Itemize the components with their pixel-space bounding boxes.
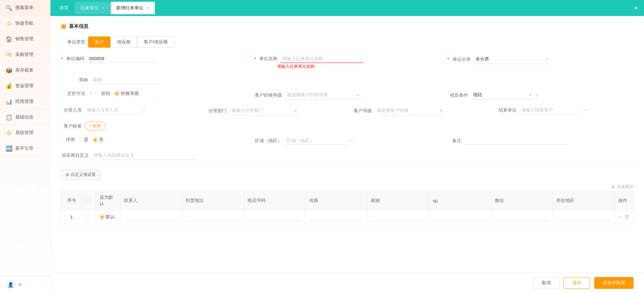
tabbar-close-button[interactable]: × bbox=[631, 5, 641, 12]
td-default: 默认 bbox=[96, 210, 120, 224]
sidebar-item-operations[interactable]: 📊 经营管理 bbox=[0, 94, 50, 109]
contact-input[interactable] bbox=[124, 213, 178, 221]
td-checkbox bbox=[82, 210, 96, 224]
unit-btn-supplier[interactable]: 供应商 bbox=[110, 36, 137, 48]
td-address bbox=[182, 210, 244, 224]
default-radio bbox=[100, 214, 104, 219]
unit-code-label: 单位编码 bbox=[63, 56, 84, 62]
header-checkbox[interactable] bbox=[86, 198, 91, 203]
payment-value: 现结 bbox=[473, 92, 529, 98]
sidebar-item-label: 系统管理 bbox=[15, 130, 33, 136]
unit-type-row: 单位类型 客户 供应商 客户/供应商 bbox=[61, 36, 634, 48]
chevron-down-icon5: ▾ bbox=[440, 108, 442, 113]
fax-input[interactable] bbox=[309, 213, 363, 221]
unit-name-field: * 单位名称 bbox=[254, 55, 433, 63]
customer-level-select[interactable]: 请选择客户等级 ▾ bbox=[375, 106, 444, 115]
settlement-input[interactable] bbox=[519, 106, 582, 114]
add-row-icon[interactable]: + bbox=[618, 214, 621, 220]
delete-row-icon[interactable]: 🗑 bbox=[624, 214, 630, 220]
unit-btn-customer[interactable]: 客户 bbox=[88, 36, 110, 48]
disabled-field: 停用 是 否 bbox=[61, 137, 247, 143]
save-and-new-button[interactable]: 保存并新增 bbox=[594, 277, 634, 289]
pricing-discount-option[interactable]: 折扣 bbox=[95, 90, 110, 97]
sidebar-item-quicknav[interactable]: ⊙ 快捷导航 bbox=[0, 16, 50, 31]
custom-settings-button[interactable]: ⚙ 自定义项设置 bbox=[61, 170, 100, 180]
remarks-input[interactable] bbox=[464, 137, 568, 145]
tab-new-partner[interactable]: 新增往来单位 × bbox=[111, 2, 155, 14]
address-input[interactable] bbox=[186, 213, 240, 221]
region-ellipsis[interactable]: ··· bbox=[347, 138, 355, 144]
tab-partners-close[interactable]: × bbox=[102, 6, 104, 10]
chevron-down-icon4: ▾ bbox=[295, 108, 297, 113]
unit-type-group: 客户 供应商 客户/供应商 bbox=[88, 36, 174, 48]
table-header-row: 序号 设为默认 联系人 到货地址 电话号码 传真 邮箱 qq 微信 所在地区 操… bbox=[61, 192, 634, 210]
sidebar: 🔍 搜索菜单 ⊙ 快捷导航 🏠 销售管理 🛍 采购管理 📦 库存核算 💰 资金管… bbox=[0, 0, 50, 293]
abbr-input[interactable] bbox=[91, 76, 160, 84]
unit-name-label: 单位名称 bbox=[257, 56, 277, 62]
pricing-pricelevel-option[interactable]: 价格等级 bbox=[115, 90, 139, 97]
customer-price-select[interactable]: 请选择客户价格等级 ▾ bbox=[285, 90, 361, 100]
sidebar-item-base[interactable]: 📋 基础信息 bbox=[0, 109, 50, 125]
pricing-row: 定价方法 ? 折扣 价格等级 客户价格等级 请选择客户价格等级 bbox=[61, 90, 634, 100]
unit-code-input[interactable] bbox=[87, 55, 157, 63]
inventory-icon: 📦 bbox=[6, 67, 13, 74]
supplier-custom-row: 供应商自定义 bbox=[61, 151, 634, 160]
pricing-help-icon[interactable]: ? bbox=[89, 91, 92, 96]
disabled-yes-option[interactable]: 是 bbox=[78, 137, 88, 143]
manager-ellipsis[interactable]: ··· bbox=[140, 107, 148, 113]
custom-settings-label: 自定义项设置 bbox=[71, 172, 96, 178]
sidebar-item-purchase[interactable]: 🛍 采购管理 bbox=[0, 47, 50, 63]
unit-category-value: 未分类 bbox=[476, 56, 546, 62]
code-name-category-row: * 单位编码 * 单位名称 请输入往来单位名称 * 单位分类 未分类 ▾ bbox=[61, 55, 634, 70]
disabled-no-option[interactable]: 否 bbox=[93, 137, 103, 143]
settlement-ellipsis[interactable]: ··· bbox=[582, 107, 589, 113]
add-tag-button[interactable]: + 标签 bbox=[85, 122, 105, 130]
sidebar-item-search[interactable]: 🔍 搜索菜单 bbox=[0, 0, 50, 16]
sidebar-item-sales[interactable]: 🏠 销售管理 bbox=[0, 31, 50, 47]
payment-label: 收款条件 bbox=[447, 92, 468, 98]
qq-input[interactable] bbox=[433, 213, 487, 221]
location-input[interactable] bbox=[556, 213, 611, 221]
section-basic-info: ▣ 基本信息 bbox=[61, 23, 634, 30]
default-radio-item[interactable]: 默认 bbox=[100, 214, 117, 220]
batch-delete-label[interactable]: 批量删除 bbox=[617, 184, 634, 190]
supplier-custom-input[interactable] bbox=[92, 151, 196, 160]
unit-btn-both[interactable]: 客户/供应商 bbox=[137, 36, 174, 48]
sidebar-footer-icon: ⚙ bbox=[18, 282, 22, 287]
phone-input[interactable] bbox=[248, 213, 302, 221]
th-wechat: 微信 bbox=[491, 192, 552, 210]
cancel-button[interactable]: 取消 bbox=[533, 277, 559, 289]
unit-category-select[interactable]: 未分类 ▾ bbox=[473, 55, 550, 64]
sidebar-item-finance[interactable]: 💰 资金管理 bbox=[0, 78, 50, 94]
sidebar-item-inventory[interactable]: 📦 库存核算 bbox=[0, 63, 50, 78]
payment-help-icon[interactable]: ? bbox=[535, 92, 538, 98]
tab-partners[interactable]: 往来单位 × bbox=[75, 2, 110, 14]
region-label: 区域（地区） bbox=[254, 138, 282, 144]
payment-select[interactable]: 现结 ▾ bbox=[471, 90, 534, 100]
region-input[interactable] bbox=[285, 137, 347, 145]
dept-select[interactable]: 请输入分管部门 ▾ bbox=[229, 106, 299, 115]
row-checkbox[interactable] bbox=[86, 214, 91, 219]
batch-delete-icon: 🗑 bbox=[611, 185, 615, 189]
wechat-input[interactable] bbox=[495, 213, 549, 221]
sidebar-item-newbie[interactable]: 🆕 新手引导 bbox=[0, 141, 50, 156]
manager-input[interactable] bbox=[85, 106, 140, 114]
sidebar-item-label: 经营管理 bbox=[15, 98, 33, 105]
pricing-field: 定价方法 ? 折扣 价格等级 bbox=[61, 90, 247, 97]
pricing-discount-radio bbox=[95, 91, 100, 96]
content-area: ▣ 基本信息 单位类型 客户 供应商 客户/供应商 * 单位编码 bbox=[50, 16, 644, 293]
tab-home[interactable]: 首页 bbox=[54, 2, 74, 14]
td-phone bbox=[244, 210, 305, 224]
disabled-no-radio bbox=[93, 137, 97, 142]
th-email: 邮箱 bbox=[367, 192, 429, 210]
td-location bbox=[553, 210, 614, 224]
disabled-yes-label: 是 bbox=[84, 137, 88, 143]
sidebar-item-system[interactable]: ⚙ 系统管理 bbox=[0, 125, 50, 141]
tab-new-partner-close[interactable]: × bbox=[147, 6, 149, 10]
th-fax: 传真 bbox=[306, 192, 367, 210]
email-input[interactable] bbox=[371, 213, 425, 221]
unit-name-input[interactable] bbox=[280, 55, 364, 63]
unit-type-label: 单位类型 bbox=[61, 39, 85, 45]
dept-placeholder: 请输入分管部门 bbox=[231, 107, 295, 114]
save-button[interactable]: 保存 bbox=[564, 277, 590, 289]
